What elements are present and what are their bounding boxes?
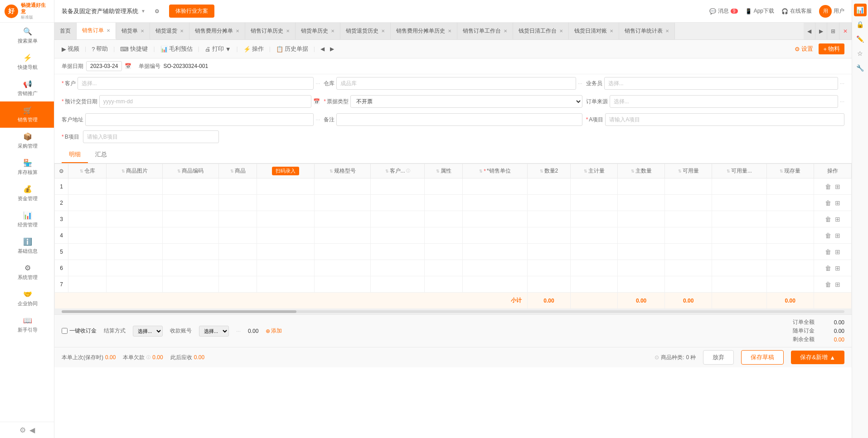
col-available[interactable]: ⇅可用量 — [665, 164, 712, 178]
tab-close-all-btn[interactable]: ✕ — [839, 23, 852, 39]
cell-1-13[interactable] — [712, 195, 767, 211]
cell-5-10[interactable] — [571, 260, 618, 276]
cell-2-3[interactable] — [218, 211, 257, 227]
sidebar-item-系统管理[interactable]: ⚙系统管理 — [0, 259, 54, 285]
tab-next-btn[interactable]: ▶ — [815, 23, 827, 39]
tab-close-4[interactable]: ✕ — [236, 29, 239, 34]
cell-5-13[interactable] — [712, 260, 767, 276]
tab-close-11[interactable]: ✕ — [610, 29, 613, 34]
app-download-btn[interactable]: 📱 App下载 — [745, 7, 774, 15]
cell-3-5[interactable] — [315, 227, 371, 244]
table-row[interactable]: 1 🗑 ⊞ — [55, 178, 852, 195]
row-copy-btn-0[interactable]: ⊞ — [834, 182, 841, 191]
cell-5-14[interactable] — [766, 260, 814, 276]
shortcut-btn[interactable]: ⌨ 快捷键 — [120, 45, 148, 53]
one-click-checkbox[interactable] — [62, 328, 68, 334]
cell-3-3[interactable] — [218, 227, 257, 244]
cell-4-4[interactable] — [257, 244, 315, 260]
cell-1-1[interactable] — [107, 195, 163, 211]
cell-2-8[interactable] — [463, 211, 528, 227]
collapse-icon[interactable]: ◀ — [29, 426, 35, 434]
one-click-label[interactable]: 一键收订金 — [62, 327, 97, 335]
customer-more-icon[interactable]: ··· — [315, 80, 320, 87]
cell-3-12[interactable] — [665, 227, 712, 244]
row-delete-btn-1[interactable]: 🗑 — [824, 198, 832, 207]
cell-4-7[interactable] — [425, 244, 463, 260]
right-panel-lock-icon[interactable]: 🔒 — [854, 18, 867, 31]
tab-3[interactable]: 销货退货✕ — [150, 23, 189, 39]
save-new-btn[interactable]: 保存&新增 ▲ — [791, 351, 844, 364]
view-video-btn[interactable]: ▶ 视频 — [62, 45, 79, 53]
cell-4-0[interactable] — [68, 244, 107, 260]
cell-1-8[interactable] — [463, 195, 528, 211]
sidebar-item-销售管理[interactable]: 🛒销售管理 — [0, 101, 54, 128]
operate-btn[interactable]: ⚡ 操作 — [243, 45, 264, 53]
cell-5-6[interactable] — [371, 260, 425, 276]
tab-9[interactable]: 销售订单工作台✕ — [457, 23, 513, 39]
cell-1-0[interactable] — [68, 195, 107, 211]
cell-2-6[interactable] — [371, 211, 425, 227]
cell-1-10[interactable] — [571, 195, 618, 211]
col-product[interactable]: ⇅商品 — [218, 164, 257, 178]
tab-close-1[interactable]: ✕ — [107, 28, 110, 33]
cell-4-12[interactable] — [665, 244, 712, 260]
topbar-settings-btn[interactable]: ⚙ — [151, 5, 164, 18]
cell-6-7[interactable] — [425, 276, 463, 293]
cell-2-9[interactable] — [527, 211, 570, 227]
cell-0-14[interactable] — [766, 178, 814, 195]
cell-3-6[interactable] — [371, 227, 425, 244]
sidebar-item-新手引导[interactable]: 📖新手引导 — [0, 312, 54, 338]
row-delete-btn-4[interactable]: 🗑 — [824, 247, 832, 256]
cell-3-8[interactable] — [463, 227, 528, 244]
tab-1[interactable]: 销售订单✕ — [77, 23, 116, 39]
cell-5-11[interactable] — [618, 260, 665, 276]
cell-2-14[interactable] — [766, 211, 814, 227]
tab-2[interactable]: 销货单✕ — [116, 23, 150, 39]
tab-close-3[interactable]: ✕ — [180, 29, 184, 34]
cell-5-7[interactable] — [425, 260, 463, 276]
cell-6-9[interactable] — [527, 276, 570, 293]
cell-5-8[interactable] — [463, 260, 528, 276]
row-delete-btn-6[interactable]: 🗑 — [824, 280, 832, 289]
cell-4-1[interactable] — [107, 244, 163, 260]
cell-3-11[interactable] — [618, 227, 665, 244]
receipt-account-select[interactable]: 选择... — [199, 326, 229, 337]
cell-6-2[interactable] — [163, 276, 219, 293]
cell-4-14[interactable] — [766, 244, 814, 260]
cell-4-8[interactable] — [463, 244, 528, 260]
cell-6-5[interactable] — [315, 276, 371, 293]
col-available2[interactable]: ⇅可用量... — [712, 164, 767, 178]
cell-1-7[interactable] — [425, 195, 463, 211]
warehouse-more-icon[interactable]: ··· — [578, 80, 582, 87]
cell-6-11[interactable] — [618, 276, 665, 293]
cell-3-10[interactable] — [571, 227, 618, 244]
cell-1-2[interactable] — [163, 195, 219, 211]
cell-5-9[interactable] — [527, 260, 570, 276]
scrollbar-track[interactable] — [62, 310, 844, 313]
payment-method-select[interactable]: 选择... — [133, 326, 163, 337]
table-row[interactable]: 6 🗑 ⊞ — [55, 260, 852, 276]
cell-3-4[interactable] — [257, 227, 315, 244]
messages-btn[interactable]: 💬 消息 9 — [709, 7, 738, 15]
col-gear[interactable]: ⚙ — [55, 164, 68, 178]
tab-0[interactable]: 首页 — [54, 23, 77, 39]
scrollbar-thumb[interactable] — [62, 310, 296, 313]
sidebar-item-基础信息[interactable]: ℹ️基础信息 — [0, 233, 54, 259]
cell-5-3[interactable] — [218, 260, 257, 276]
cell-0-12[interactable] — [665, 178, 712, 195]
right-panel-edit-icon[interactable]: ✏️ — [854, 33, 867, 45]
cell-0-9[interactable] — [527, 178, 570, 195]
row-copy-btn-3[interactable]: ⊞ — [834, 231, 841, 240]
cell-0-10[interactable] — [571, 178, 618, 195]
invoice-type-select[interactable]: 不开票 开增值税专票 开增值税普票 — [350, 95, 582, 108]
cell-3-0[interactable] — [68, 227, 107, 244]
cell-1-4[interactable] — [257, 195, 315, 211]
tab-12[interactable]: 销售订单统计表✕ — [619, 23, 675, 39]
customer-input[interactable] — [78, 77, 314, 90]
tab-close-10[interactable]: ✕ — [559, 29, 563, 34]
staff-more-icon[interactable]: ··· — [840, 80, 844, 87]
b-project-input[interactable] — [83, 130, 219, 143]
help-btn[interactable]: ? 帮助 — [92, 45, 108, 53]
tab-4[interactable]: 销售费用分摊单✕ — [189, 23, 245, 39]
cell-4-13[interactable] — [712, 244, 767, 260]
